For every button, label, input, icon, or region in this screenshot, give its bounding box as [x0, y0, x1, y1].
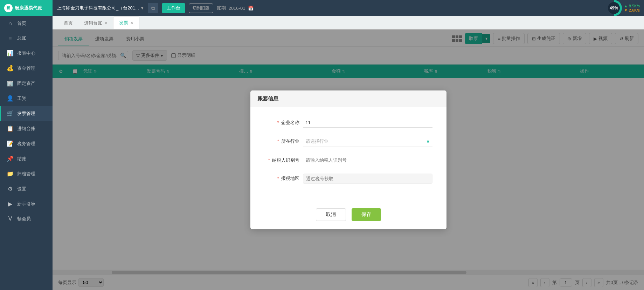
sidebar-item-label: 设置: [17, 186, 26, 192]
tax-icon: 📝: [7, 140, 14, 147]
company-dropdown-arrow[interactable]: ▼: [140, 6, 144, 10]
industry-select[interactable]: 请选择行业 ∨: [303, 136, 432, 147]
form-row-tax-region: * 报税地区: [264, 174, 432, 184]
sidebar-item-closing[interactable]: 📌 结账: [0, 151, 53, 166]
company-name: 上海卯金刀电子科技有限公司_（台201...: [57, 5, 139, 11]
sidebar-item-invoice[interactable]: 🛒 发票管理: [0, 106, 53, 121]
sidebar-item-label: 归档管理: [17, 171, 35, 177]
industry-placeholder: 请选择行业: [306, 138, 426, 144]
required-asterisk: *: [277, 176, 279, 181]
archive-icon: 📁: [7, 170, 14, 177]
sidebar-item-label: 固定资产: [17, 80, 35, 87]
company-selector[interactable]: 上海卯金刀电子科技有限公司_（台201... ▼: [57, 5, 144, 11]
tax-region-label: * 报税地区: [264, 175, 303, 182]
sidebar-item-reports[interactable]: 📊 报表中心: [0, 46, 53, 61]
switch-old-button[interactable]: 切到旧版: [189, 4, 213, 13]
sidebar-logo: 畅 畅康通易代账: [0, 0, 53, 16]
sidebar-item-funds[interactable]: 💰 资金管理: [0, 61, 53, 76]
sidebar-item-label: 首页: [17, 20, 26, 27]
salary-icon: 👤: [7, 95, 14, 102]
guide-icon: ▶: [7, 201, 14, 207]
sidebar-item-label: 结账: [17, 156, 26, 162]
home-icon: ⌂: [7, 20, 14, 27]
form-row-tax-id: * 纳税人识别号: [264, 155, 432, 165]
tab-invoice-close[interactable]: ✕: [130, 21, 133, 25]
invoice-icon: 🛒: [7, 110, 14, 117]
speed-down: ▼ 2.6K/s: [624, 8, 640, 12]
cancel-button[interactable]: 取消: [316, 208, 346, 221]
copy-icon-btn[interactable]: ⧉: [148, 3, 158, 13]
reports-icon: 📊: [7, 50, 14, 56]
workbench-button[interactable]: 工作台: [162, 3, 185, 13]
sidebar-item-label: 畅会员: [17, 216, 31, 222]
required-asterisk: *: [277, 139, 279, 144]
network-speeds: ▲ 8.5K/s ▼ 2.6K/s: [624, 4, 640, 12]
calendar-icon[interactable]: 📅: [248, 6, 254, 11]
form-row-industry: * 所在行业 请选择行业 ∨: [264, 136, 432, 147]
sales-icon: 📋: [7, 125, 14, 132]
sidebar-item-label: 总账: [17, 35, 26, 41]
sidebar-item-label: 进销台账: [17, 126, 35, 132]
sidebar-item-label: 税务管理: [17, 141, 35, 147]
modal-title: 账套信息: [257, 95, 278, 101]
sidebar-item-ledger[interactable]: ≡ 总账: [0, 31, 53, 46]
ledger-icon: ≡: [7, 35, 14, 41]
sidebar-item-salary[interactable]: 👤 工资: [0, 91, 53, 106]
network-circle: 49%: [606, 0, 622, 16]
sidebar-item-assets[interactable]: 🏢 固定资产: [0, 76, 53, 91]
period-value: 2016-01: [229, 6, 245, 11]
funds-icon: 💰: [7, 65, 14, 72]
tax-id-label: * 纳税人识别号: [264, 157, 303, 163]
industry-label: * 所在行业: [264, 138, 303, 144]
required-asterisk: *: [277, 120, 279, 125]
assets-icon: 🏢: [7, 80, 14, 87]
main-content: 上海卯金刀电子科技有限公司_（台201... ▼ ⧉ 工作台 切到旧版 账期 2…: [53, 0, 644, 290]
modal-overlay: 账套信息 * 企业名称 * 所在行: [53, 29, 644, 290]
period-display: 账期 2016-01 📅: [217, 5, 254, 11]
logo-text: 畅康通易代账: [15, 5, 42, 11]
logo-icon: 畅: [4, 4, 13, 12]
modal-header: 账套信息: [250, 90, 446, 107]
network-percent: 49%: [610, 6, 618, 11]
page-tabs: 首页 进销台账 ✕ 发票 ✕: [53, 16, 644, 29]
tab-sales-ledger-close[interactable]: ✕: [104, 21, 108, 26]
topbar: 上海卯金刀电子科技有限公司_（台201... ▼ ⧉ 工作台 切到旧版 账期 2…: [53, 0, 644, 16]
closing-icon: 📌: [7, 155, 14, 162]
sidebar-item-guide[interactable]: ▶ 新手引导: [0, 196, 53, 211]
modal-dialog: 账套信息 * 企业名称 * 所在行: [250, 90, 446, 229]
form-row-company-name: * 企业名称: [264, 118, 432, 128]
company-name-label: * 企业名称: [264, 120, 303, 126]
tax-region-input: [303, 174, 432, 184]
sidebar-item-label: 发票管理: [17, 110, 35, 117]
content-area: 销项发票 进项发票 费用小票 取票 ▾: [53, 29, 644, 290]
sidebar-item-label: 资金管理: [17, 65, 35, 72]
sidebar-item-label: 工资: [17, 95, 26, 102]
sidebar: 畅 畅康通易代账 ⌂ 首页 ≡ 总账 📊 报表中心 💰 资金管理 🏢 固定资产 …: [0, 0, 53, 290]
company-name-input[interactable]: [303, 118, 432, 128]
sidebar-item-label: 新手引导: [17, 201, 35, 207]
industry-dropdown-arrow: ∨: [426, 139, 430, 144]
tab-invoice[interactable]: 发票 ✕: [113, 16, 139, 29]
modal-body: * 企业名称 * 所在行业 请选择行业 ∨: [250, 107, 446, 203]
save-button[interactable]: 保存: [352, 208, 381, 221]
sidebar-item-archive[interactable]: 📁 归档管理: [0, 166, 53, 181]
period-label: 账期: [217, 5, 226, 11]
sidebar-item-member[interactable]: V 畅会员: [0, 211, 53, 226]
tax-id-input[interactable]: [303, 155, 432, 165]
required-asterisk: *: [268, 157, 270, 163]
settings-icon: ⚙: [7, 186, 14, 192]
sidebar-item-label: 报表中心: [17, 50, 35, 56]
speed-up: ▲ 8.5K/s: [624, 4, 640, 8]
tab-home[interactable]: 首页: [58, 17, 78, 29]
tab-sales-ledger[interactable]: 进销台账 ✕: [78, 17, 113, 29]
sidebar-item-home[interactable]: ⌂ 首页: [0, 16, 53, 31]
sidebar-item-sales[interactable]: 📋 进销台账: [0, 121, 53, 136]
sidebar-item-tax[interactable]: 📝 税务管理: [0, 136, 53, 151]
network-area: 49% ▲ 8.5K/s ▼ 2.6K/s: [606, 0, 640, 16]
member-icon: V: [7, 216, 14, 222]
sidebar-item-settings[interactable]: ⚙ 设置: [0, 181, 53, 196]
modal-footer: 取消 保存: [250, 203, 446, 229]
